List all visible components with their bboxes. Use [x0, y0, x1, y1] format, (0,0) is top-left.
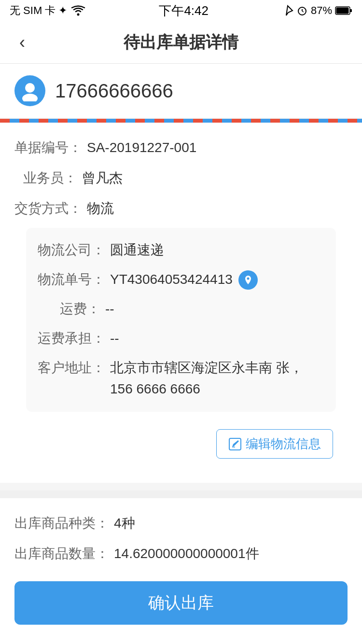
status-right: 87% — [282, 4, 352, 17]
freight-bearer-row: 运费承担： -- — [38, 328, 324, 350]
location-arrow-icon — [282, 5, 293, 16]
freight-label: 运费： — [38, 298, 105, 320]
svg-rect-5 — [350, 9, 352, 12]
tracking-num-row: 物流单号： YT43064053424413 — [38, 269, 324, 291]
battery-icon — [335, 6, 352, 15]
svg-point-9 — [247, 277, 249, 280]
person-icon — [19, 80, 41, 101]
freight-bearer-value: -- — [110, 328, 324, 350]
tracking-num-text: YT43064053424413 — [110, 269, 233, 291]
tracking-num-value: YT43064053424413 — [110, 269, 324, 291]
sales-person-label: 业务员： — [14, 168, 82, 189]
logistics-card: 物流公司： 圆通速递 物流单号： YT43064053424413 运费： --… — [26, 228, 336, 412]
goods-types-label: 出库商品种类： — [14, 513, 114, 534]
tracking-num-label: 物流单号： — [38, 269, 110, 291]
nav-bar: ‹ 待出库单据详情 — [0, 21, 362, 64]
map-pin-icon[interactable] — [238, 270, 258, 290]
edit-logistics-button[interactable]: 编辑物流信息 — [216, 429, 333, 459]
edit-btn-row: 编辑物流信息 — [14, 420, 348, 468]
goods-quantity-label: 出库商品数量： — [14, 543, 114, 565]
svg-line-3 — [302, 11, 304, 12]
status-left: 无 SIM 卡 ✦ — [10, 3, 85, 18]
address-value: 北京市市辖区海淀区永丰南 张，156 6666 6666 — [110, 357, 324, 401]
status-bar: 无 SIM 卡 ✦ 下午4:42 87% — [0, 0, 362, 21]
section-divider — [0, 490, 362, 498]
battery-percent: 87% — [311, 4, 332, 17]
doc-num-value: SA-20191227-001 — [87, 137, 348, 159]
page-title: 待出库单据详情 — [124, 31, 238, 54]
doc-num-label: 单据编号： — [14, 137, 87, 159]
freight-bearer-label: 运费承担： — [38, 328, 110, 350]
address-label: 客户地址： — [38, 357, 110, 379]
doc-info-section: 单据编号： SA-20191227-001 业务员： 曾凡杰 交货方式： 物流 … — [0, 123, 362, 483]
customer-phone: 17666666666 — [55, 80, 173, 102]
goods-quantity-value: 14.620000000000001件 — [114, 543, 348, 565]
svg-point-0 — [77, 14, 80, 16]
address-row: 客户地址： 北京市市辖区海淀区永丰南 张，156 6666 6666 — [38, 357, 324, 401]
logistics-company-label: 物流公司： — [38, 239, 110, 261]
confirm-btn-wrapper: 确认出库 — [0, 572, 362, 644]
delivery-method-label: 交货方式： — [14, 198, 87, 220]
delivery-method-value: 物流 — [87, 198, 348, 220]
status-time: 下午4:42 — [159, 2, 209, 19]
logistics-company-row: 物流公司： 圆通速递 — [38, 239, 324, 261]
dashed-divider — [0, 119, 362, 123]
delivery-method-row: 交货方式： 物流 — [14, 198, 348, 220]
confirm-btn-label: 确认出库 — [148, 592, 214, 614]
logistics-company-value: 圆通速递 — [110, 239, 324, 261]
freight-row: 运费： -- — [38, 298, 324, 320]
back-button[interactable]: ‹ — [14, 28, 30, 57]
edit-btn-label: 编辑物流信息 — [246, 435, 321, 452]
sim-status: 无 SIM 卡 ✦ — [10, 3, 67, 18]
avatar — [14, 75, 45, 106]
goods-types-row: 出库商品种类： 4种 — [14, 513, 348, 534]
customer-header: 17666666666 — [0, 64, 362, 118]
goods-quantity-row: 出库商品数量： 14.620000000000001件 — [14, 543, 348, 565]
svg-rect-6 — [336, 8, 348, 14]
confirm-outbound-button[interactable]: 确认出库 — [14, 581, 348, 625]
wifi-icon — [71, 5, 85, 16]
sales-person-value: 曾凡杰 — [82, 168, 348, 189]
goods-types-value: 4种 — [114, 513, 348, 534]
svg-point-8 — [22, 94, 38, 101]
freight-value: -- — [105, 298, 324, 320]
sales-person-row: 业务员： 曾凡杰 — [14, 168, 348, 189]
svg-point-7 — [25, 83, 35, 93]
edit-icon — [228, 437, 242, 451]
alarm-icon — [296, 5, 308, 16]
doc-num-row: 单据编号： SA-20191227-001 — [14, 137, 348, 159]
